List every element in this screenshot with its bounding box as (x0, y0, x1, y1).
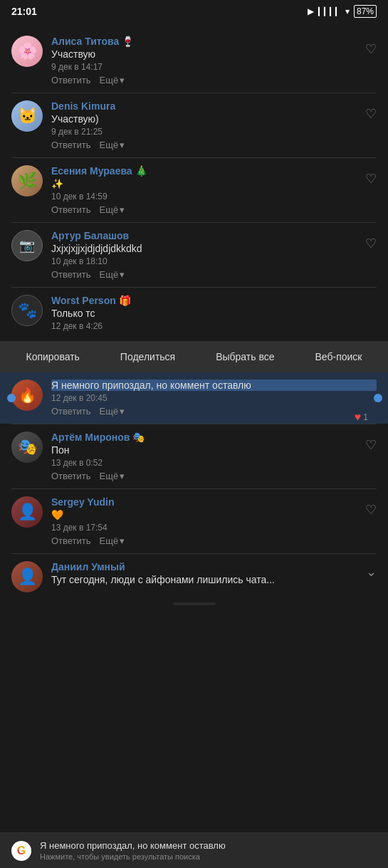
expand-icon[interactable]: ⌄ (366, 564, 377, 580)
comment-time: 13 дек в 0:52 (51, 458, 377, 468)
avatar: 🌿 (11, 165, 43, 197)
comment-body: Даниил Умный Тут сегодня, люди с айфонам… (51, 561, 377, 592)
comment-author: Denis Kimura (51, 100, 377, 112)
comment-item: 📷 Артур Балашов Jxjxjxjjxjdjdjdjdkkdkd 1… (0, 223, 388, 287)
like-button[interactable]: ♡ (365, 437, 377, 453)
comment-item: 🐱 Denis Kimura Участвую) 9 дек в 21:25 О… (0, 93, 388, 157)
comment-text: Только тс (51, 308, 377, 319)
comment-body: Артём Миронов 🎭 Пон 13 дек в 0:52 Ответи… (51, 432, 377, 481)
context-select-all[interactable]: Выбрать все (210, 351, 280, 362)
chevron-down-icon: ▾ (120, 406, 125, 417)
scroll-handle (173, 602, 216, 605)
comment-body: Sergey Yudin 🧡 13 дек в 17:54 Ответить Е… (51, 496, 377, 546)
chevron-down-icon: ▾ (120, 204, 125, 215)
comment-author: Есения Мураева 🎄 (51, 165, 377, 177)
reply-button[interactable]: Ответить (51, 140, 91, 150)
like-button[interactable]: ♡ (365, 236, 377, 251)
reply-button[interactable]: Ответить (51, 75, 91, 85)
chevron-down-icon: ▾ (120, 269, 125, 280)
chevron-down-icon: ▾ (120, 140, 125, 150)
more-button[interactable]: Ещё ▾ (100, 406, 125, 417)
avatar: 🔥 (11, 380, 43, 411)
comment-author: Артём Миронов 🎭 (51, 432, 377, 443)
more-button[interactable]: Ещё ▾ (100, 140, 125, 150)
signal-icon: ▎▎▎▎ (318, 7, 341, 16)
comment-actions: Ответить Ещё ▾ (51, 140, 377, 150)
comment-author: Алиса Титова 🍷 (51, 36, 377, 47)
status-bar: 21:01 ▶ ▎▎▎▎ ▾ 87% (0, 0, 388, 23)
selection-handle-left (7, 394, 16, 402)
comment-text: ✨ (51, 178, 377, 189)
camera-icon: ▶ (308, 6, 314, 16)
avatar: 🎭 (11, 432, 43, 463)
status-icons: ▶ ▎▎▎▎ ▾ 87% (308, 5, 377, 18)
chevron-down-icon: ▾ (120, 535, 125, 546)
comment-time: 12 дек в 4:26 (51, 321, 377, 331)
reply-button[interactable]: Ответить (51, 269, 91, 280)
comment-actions: Ответить Ещё ▾ (51, 535, 377, 546)
avatar: 🐱 (11, 100, 43, 132)
comment-item: 🔥 Я немного припоздал, но коммент оставл… (0, 372, 388, 424)
comment-time: 13 дек в 17:54 (51, 523, 377, 533)
comment-text: 🧡 (51, 509, 377, 521)
comment-actions: Ответить Ещё ▾ (51, 471, 377, 481)
comment-body: Я немного припоздал, но коммент оставлю … (51, 380, 377, 417)
more-button[interactable]: Ещё ▾ (100, 204, 125, 215)
comment-author: Worst Person 🎁 (51, 295, 377, 306)
more-button[interactable]: Ещё ▾ (100, 471, 125, 481)
comment-author: Даниил Умный (51, 561, 377, 572)
comment-actions: Ответить Ещё ▾ (51, 75, 377, 85)
context-share[interactable]: Поделиться (115, 351, 181, 362)
like-count: 1 (363, 412, 368, 422)
like-button[interactable]: ♡ (365, 106, 377, 122)
more-button[interactable]: Ещё ▾ (100, 269, 125, 280)
chevron-down-icon: ▾ (120, 471, 125, 481)
comment-text: Тут сегодня, люди с айфонами лишились ча… (51, 574, 308, 585)
like-icon[interactable]: ♥ (355, 411, 362, 424)
search-bar-text: Я немного припоздал, но коммент оставлю … (40, 840, 377, 861)
avatar: 👤 (11, 496, 43, 528)
comments-list: 🌸 Алиса Титова 🍷 Участвую 9 дек в 14:17 … (0, 23, 388, 614)
more-button[interactable]: Ещё ▾ (100, 75, 125, 85)
context-web-search[interactable]: Веб-поиск (310, 351, 368, 362)
comment-item: 🌿 Есения Мураева 🎄 ✨ 10 дек в 14:59 Отве… (0, 158, 388, 222)
comment-author: Sergey Yudin (51, 496, 377, 508)
reply-button[interactable]: Ответить (51, 471, 91, 481)
reply-button[interactable]: Ответить (51, 535, 91, 546)
comment-time: 9 дек в 14:17 (51, 62, 377, 72)
selection-handle-right (374, 394, 382, 402)
comment-body: Denis Kimura Участвую) 9 дек в 21:25 Отв… (51, 100, 377, 150)
comment-actions: Ответить Ещё ▾ (51, 406, 377, 417)
like-button[interactable]: ♡ (365, 171, 377, 187)
avatar: 🌸 (11, 36, 43, 67)
wifi-icon: ▾ (345, 6, 350, 16)
like-button[interactable]: ♡ (365, 41, 377, 57)
comment-item: 👤 Sergey Yudin 🧡 13 дек в 17:54 Ответить… (0, 489, 388, 553)
comment-text: Я немного припоздал, но коммент оставлю (51, 380, 377, 391)
comment-item: 🎭 Артём Миронов 🎭 Пон 13 дек в 0:52 Отве… (0, 424, 388, 488)
avatar: 👤 (11, 561, 43, 592)
avatar: 📷 (11, 230, 43, 261)
status-time: 21:01 (11, 6, 37, 17)
comment-item: 🌸 Алиса Титова 🍷 Участвую 9 дек в 14:17 … (0, 28, 388, 93)
search-query: Я немного припоздал, но коммент оставлю (40, 840, 377, 851)
comment-actions: Ответить Ещё ▾ (51, 204, 377, 215)
comment-time: 9 дек в 21:25 (51, 127, 377, 137)
comment-body: Алиса Титова 🍷 Участвую 9 дек в 14:17 От… (51, 36, 377, 85)
search-bar[interactable]: G Я немного припоздал, но коммент оставл… (0, 832, 388, 868)
comment-body: Есения Мураева 🎄 ✨ 10 дек в 14:59 Ответи… (51, 165, 377, 215)
comment-item: 🐾 Worst Person 🎁 Только тс 12 дек в 4:26 (0, 288, 388, 341)
comment-time: 10 дек в 14:59 (51, 192, 377, 202)
comment-author: Артур Балашов (51, 230, 377, 241)
context-copy[interactable]: Копировать (20, 351, 85, 362)
avatar: 🐾 (11, 295, 43, 326)
reply-button[interactable]: Ответить (51, 406, 91, 417)
comment-text: Jxjxjxjjxjdjdjdjdkkdkd (51, 243, 377, 254)
more-button[interactable]: Ещё ▾ (100, 535, 125, 546)
like-button[interactable]: ♡ (365, 502, 377, 518)
comment-body: Артур Балашов Jxjxjxjjxjdjdjdjdkkdkd 10 … (51, 230, 377, 280)
comment-text: Участвую) (51, 113, 377, 125)
reply-button[interactable]: Ответить (51, 204, 91, 215)
context-menu: Копировать Поделиться Выбрать все Веб-по… (0, 341, 388, 372)
comment-text: Участвую (51, 48, 377, 60)
